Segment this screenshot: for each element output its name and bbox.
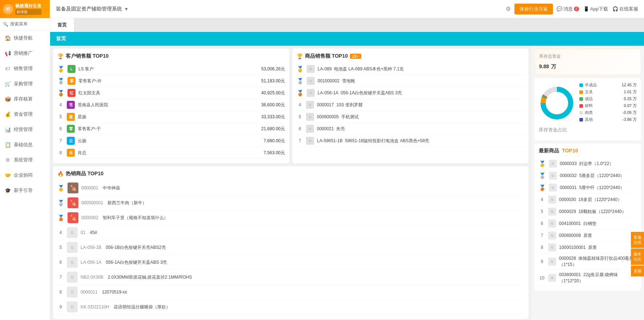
- operations-icon: 📊: [4, 126, 11, 133]
- system-dropdown-btn[interactable]: ▼: [124, 7, 129, 12]
- main-area: 装备及固定资产辅助管理系统 ▼ ⚙ 体验行业方案 💬 消息 6 📱 App下载 …: [50, 0, 644, 320]
- message-btn[interactable]: 💬 消息 6: [557, 6, 579, 12]
- customer-rank-item: 🥈 零 零售客户-许 51,183.00元: [57, 75, 285, 87]
- sidebar-item-label: 库存核算: [14, 96, 33, 102]
- search-label: 搜索菜单: [10, 21, 28, 27]
- sidebar-item-label: 营销推广: [14, 50, 33, 57]
- sales-rank-item: 7 G LA-59651-1B 59651-1B旋转投影灯电池盒 ABS黑色+5…: [297, 135, 524, 147]
- message-label: 消息: [563, 6, 573, 12]
- new-product-item: 8 G 10000100001 原查: [539, 242, 637, 254]
- content-area: 🏆 客户销售额 TOP10 🥇 L LS 客户 53,006.26元 🥈 零 零…: [50, 46, 644, 320]
- sidebar-item-label: 销售管理: [14, 65, 33, 72]
- customer-rank-item: 5 星 星扬 33,333.00元: [57, 111, 285, 123]
- new-product-item: 6 G 004100001 白钢垫: [539, 218, 637, 230]
- sidebar: 好 畅捷通好生意 标准版 🔍 搜索菜单 🏠 快捷导航 📢 营销推广 🏷 销售管理…: [0, 0, 50, 320]
- tab-home[interactable]: 首页: [50, 18, 74, 32]
- sidebar-item-label: 经营管理: [14, 126, 33, 133]
- hot-product-item: 🥉 🍖 0000002 智利车子里（规格不知道填什么）: [57, 210, 524, 225]
- sidebar-item-purchase[interactable]: 🛒 采购管理: [0, 76, 50, 91]
- customer-rank-item: 8 肖 肖总 7,563.00元: [57, 147, 285, 159]
- float-btn-live[interactable]: 直播: [631, 266, 644, 276]
- phone-icon: 📱: [583, 6, 589, 12]
- new-product-item: 🥉 G 0000031 5厘中纤（1220*2440）: [539, 182, 637, 194]
- sales-product-rank-card: 🏆 商品销售额 TOP10 22+ 🥇 G LA-089 电池盖 LA-089 …: [292, 49, 529, 163]
- marketing-icon: 📢: [4, 50, 11, 57]
- legend-item: 材料 0.07 万: [579, 103, 637, 108]
- middle-area: 🏆 客户销售额 TOP10 🥇 L LS 客户 53,006.26元 🥈 零 零…: [50, 46, 531, 320]
- search-icon: 🔍: [3, 22, 8, 27]
- finance-icon: 💰: [4, 111, 11, 118]
- float-buttons: 客服热线 服务社区 直播: [631, 232, 644, 276]
- sales-rank-item: 4 G 0000017 10S 变刹罗叕: [297, 99, 524, 111]
- legend-item: 文具 1.01 万: [579, 89, 637, 95]
- new-product-item: 🥈 G 0000032 5厘多层（1220*2440）: [539, 170, 637, 182]
- header-title: 装备及固定资产辅助管理系统 ▼: [56, 6, 502, 12]
- sidebar-item-label: 系统管理: [14, 157, 33, 163]
- trophy-icon: 🏆: [57, 53, 64, 59]
- hot-product-item: 4 G 01 45#: [57, 225, 524, 240]
- app-download-btn[interactable]: 📱 App下载: [583, 6, 608, 12]
- sidebar-item-home[interactable]: 🏠 快捷导航: [0, 30, 50, 46]
- settings-icon[interactable]: ⚙: [506, 5, 511, 12]
- search-menu[interactable]: 🔍 搜索菜单: [0, 18, 50, 30]
- message-badge: 6: [574, 7, 579, 11]
- sidebar-item-basics[interactable]: 📋 基础信息: [0, 137, 50, 152]
- inventory-unit: 万: [551, 63, 556, 69]
- sales-product-rank-title: 🏆 商品销售额 TOP10 22+: [297, 53, 524, 60]
- new-product-item: 5 G 0000029 18颗粒板（1220*2440）: [539, 206, 637, 218]
- page-tabs: 首页: [50, 18, 644, 32]
- sidebar-item-label: 采购管理: [14, 81, 33, 87]
- inventory-total-label: 库存总资金: [539, 53, 636, 60]
- inventory-icon: 📦: [4, 96, 11, 102]
- legend-item: 肉类 -0.05 万: [579, 110, 637, 115]
- logo-badge: 标准版: [15, 9, 41, 15]
- hot-product-item: 8 G 0000011 12070519-xs: [57, 285, 524, 300]
- fire-icon: 🔥: [57, 171, 64, 177]
- sidebar-item-label: 资金管理: [14, 111, 33, 118]
- inventory-chart-card: 半成品 12.45 万 文具 1.01 万 成品 0.25 万 材料 0.07 …: [534, 78, 641, 140]
- hot-product-item: 7 G NB2.0X30B 2.0X30MM双搓花轴,搓花直径2.1MM/ROH…: [57, 270, 524, 285]
- sidebar-item-system[interactable]: ⚙ 系统管理: [0, 152, 50, 168]
- sales-rank-item: 🥈 G 001000002 雪地靴: [297, 75, 524, 87]
- guide-icon: 🎓: [4, 187, 11, 194]
- sidebar-item-label: 新手引导: [14, 187, 33, 194]
- new-product-item: 9 G 0000028 体驰荔枝味苏打饮品400毫升（1*15）: [539, 254, 637, 270]
- headset-icon: 🎧: [612, 6, 618, 12]
- customer-rank-item: 6 零 零售客户-于 21,680.00元: [57, 123, 285, 135]
- sidebar-item-finance[interactable]: 💰 资金管理: [0, 107, 50, 122]
- sales-icon: 🏷: [4, 65, 11, 72]
- trophy-icon2: 🏆: [297, 53, 303, 59]
- hot-product-title: 🔥 热销商品 TOP10: [57, 171, 524, 177]
- new-products-title: 最新商品 TOP10: [539, 148, 637, 154]
- sidebar-item-inventory[interactable]: 📦 库存核算: [0, 91, 50, 107]
- sales-rank-item: 🥉 G LA-056-1A 056-1A白色按键开关盖ABS 3壳: [297, 87, 524, 99]
- inventory-total-card: 库存总资金 9.88 万: [534, 49, 641, 75]
- sidebar-item-collab[interactable]: 🤝 企业协同: [0, 168, 50, 183]
- home-icon: 🏠: [4, 35, 11, 41]
- float-btn-community[interactable]: 服务社区: [631, 249, 644, 265]
- legend-item: 成品 0.25 万: [579, 96, 637, 102]
- inventory-chart-label: 库存资金占比: [539, 127, 637, 133]
- sidebar-item-marketing[interactable]: 📢 营销推广: [0, 46, 50, 61]
- sales-rank-item: 5 G 000800005 手机测试: [297, 111, 524, 123]
- sidebar-nav: 🏠 快捷导航 📢 营销推广 🏷 销售管理 🛒 采购管理 📦 库存核算 💰 资金管…: [0, 30, 50, 320]
- new-product-item: 🥇 G 0000033 封边带（1.0*22）: [539, 158, 637, 170]
- float-btn-service[interactable]: 客服热线: [631, 232, 644, 248]
- hot-product-item: 🥈 🍖 000500001 新西兰牛肉（新牛）: [57, 196, 524, 210]
- sidebar-item-guide[interactable]: 🎓 新手引导: [0, 183, 50, 198]
- donut-chart: [539, 85, 575, 121]
- teal-header-title: 首页: [56, 36, 66, 41]
- system-title-text: 装备及固定资产辅助管理系统: [56, 6, 122, 12]
- hot-product-item: 9 G KK-SD22110H 花语萌恒温分腿睡袋（厚款）: [57, 300, 524, 315]
- new-product-item: 4 G 0000030 18多层（1220*2440）: [539, 194, 637, 206]
- sidebar-logo: 好 畅捷通好生意 标准版: [0, 0, 50, 18]
- customer-rank-title: 🏆 客户销售额 TOP10: [57, 53, 285, 60]
- customer-rank-item: 🥇 L LS 客户 53,006.26元: [57, 63, 285, 75]
- try-btn[interactable]: 体验行业方案: [514, 4, 553, 15]
- sidebar-item-operations[interactable]: 📊 经营管理: [0, 122, 50, 137]
- online-service-btn[interactable]: 🎧 在线客服: [612, 6, 638, 12]
- new-products-list: 🥇 G 0000033 封边带（1.0*22） 🥈 G 0000032 5厘多层…: [539, 158, 637, 286]
- right-column: 库存总资金 9.88 万: [531, 46, 644, 320]
- sidebar-item-sales[interactable]: 🏷 销售管理: [0, 61, 50, 76]
- legend-item: 其他 -3.86 万: [579, 117, 637, 122]
